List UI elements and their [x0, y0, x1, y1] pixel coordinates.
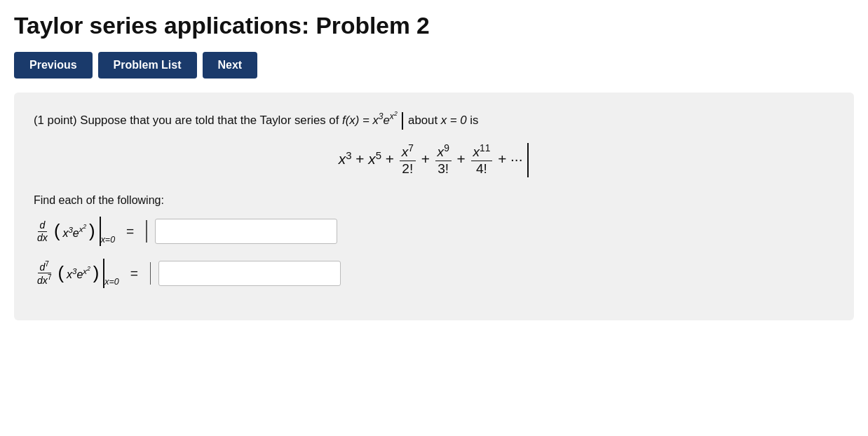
deriv7-equals: =	[130, 266, 138, 281]
deriv7-close-paren: )	[93, 264, 100, 282]
series-end-bar	[527, 143, 529, 178]
problem-list-button[interactable]: Problem List	[98, 52, 197, 79]
deriv1-eval-group: x=0	[98, 217, 115, 246]
problem-box: (1 point) Suppose that you are told that…	[14, 93, 854, 320]
derivative7-expr: d7 dx7 ( x3ex2 ) x=0	[34, 259, 119, 288]
derivative7-row: d7 dx7 ( x3ex2 ) x=0 =	[34, 259, 834, 288]
series-display: x3 + x5 + x7 2! + x9 3! + x11 4! + ···	[34, 143, 834, 178]
deriv1-open-paren: (	[54, 222, 60, 240]
eval-bar-title	[402, 112, 403, 130]
find-label: Find each of the following:	[34, 194, 834, 207]
nav-buttons: Previous Problem List Next	[14, 52, 854, 79]
deriv7-fraction: d7 dx7	[35, 260, 54, 287]
page-title: Taylor series applications: Problem 2	[14, 13, 854, 39]
deriv1-equals: =	[126, 224, 134, 239]
deriv1-answer-input[interactable]	[155, 219, 337, 244]
derivative1-row: d dx ( x3ex2 ) x=0 =	[34, 217, 834, 246]
deriv7-eval-subscript: x=0	[104, 277, 118, 287]
deriv7-left-border	[150, 262, 151, 285]
deriv1-close-paren: )	[89, 222, 95, 240]
deriv7-open-paren: (	[58, 264, 65, 282]
deriv1-left-border	[146, 220, 147, 243]
deriv1-fraction: d dx	[35, 219, 50, 244]
deriv7-eval-group: x=0	[102, 259, 118, 288]
previous-button[interactable]: Previous	[14, 52, 93, 79]
derivative1-expr: d dx ( x3ex2 ) x=0	[34, 217, 115, 246]
deriv1-eval-subscript: x=0	[101, 235, 115, 245]
description-text: Suppose that you are told that the Taylo…	[80, 114, 398, 127]
deriv7-answer-input[interactable]	[158, 261, 341, 286]
problem-statement: (1 point) Suppose that you are told that…	[34, 109, 834, 130]
deriv1-inner-expr: x3ex2	[62, 224, 86, 240]
about-text: about x = 0 is	[408, 114, 478, 127]
points-label: (1 point)	[34, 114, 77, 127]
deriv7-inner-expr: x3ex2	[67, 265, 90, 281]
next-button[interactable]: Next	[203, 52, 258, 79]
